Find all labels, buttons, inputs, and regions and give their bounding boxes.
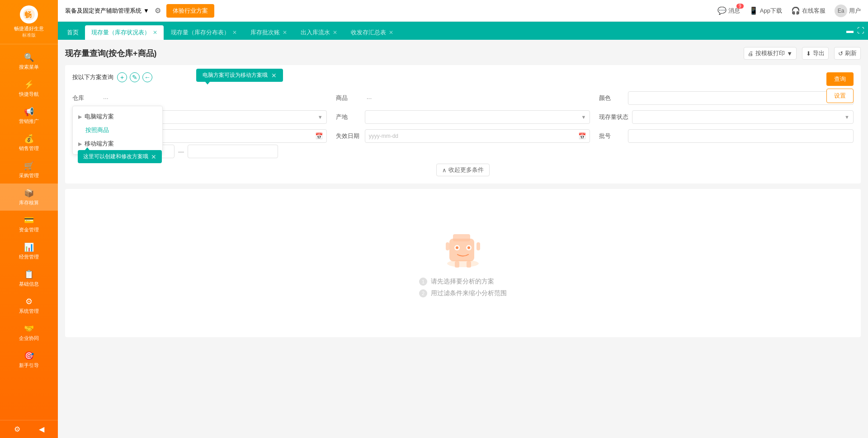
system-name-dropdown[interactable]: 装备及固定资产辅助管理系统 ▼ xyxy=(65,7,149,15)
collapse-sidebar-icon[interactable]: ◀ xyxy=(39,425,44,433)
tab-close-icon-3[interactable]: ✕ xyxy=(283,29,287,36)
scheme-create-tooltip-text: 这里可以创建和修改方案哦 xyxy=(83,153,148,160)
svg-point-8 xyxy=(467,246,470,249)
sidebar-item-purchase[interactable]: 🛒 采购管理 xyxy=(0,156,58,184)
settings-bottom-icon[interactable]: ⚙ xyxy=(14,425,20,433)
scheme-tooltip-top: 电脑方案可设为移动方案哦 ✕ xyxy=(196,69,283,82)
sidebar-item-basic[interactable]: 📋 基础信息 xyxy=(0,265,58,292)
scheme-create-tooltip-close[interactable]: ✕ xyxy=(151,153,156,160)
query-button[interactable]: 查询 xyxy=(826,72,854,86)
origin-select[interactable]: ▼ xyxy=(365,110,590,124)
sidebar-label-guide: 快捷导航 xyxy=(19,91,39,98)
tab-inventory-status[interactable]: 现存量（库存状况表） ✕ xyxy=(85,25,164,40)
sidebar-item-system[interactable]: ⚙ 系统管理 xyxy=(0,292,58,319)
export-label: 导出 xyxy=(813,49,825,57)
scheme-tree-desktop[interactable]: ▶ 电脑端方案 xyxy=(73,110,162,123)
tab-inventory-dist-label: 现存量（库存分布表） xyxy=(171,28,230,37)
scheme-tree-item-goods[interactable]: 按照商品 xyxy=(73,123,162,137)
tab-close-icon-4[interactable]: ✕ xyxy=(333,29,337,36)
color-select[interactable]: ▼ xyxy=(628,91,854,105)
tab-bar-right: ▬ ⛶ xyxy=(846,27,864,35)
scheme-mobile-label: 移动端方案 xyxy=(85,140,114,148)
origin-select-arrow-icon: ▼ xyxy=(581,114,586,120)
scheme-tooltip-top-inner: 电脑方案可设为移动方案哦 ✕ xyxy=(196,69,283,82)
svg-point-7 xyxy=(456,246,458,249)
filter-panel: 按以下方案查询 + ✎ ← 电脑方案可设为移动方案哦 ✕ xyxy=(65,65,861,184)
user-label: 用户 xyxy=(849,7,861,15)
tab-maximize-icon[interactable]: ⛶ xyxy=(857,27,864,35)
sidebar-item-guide[interactable]: ⚡ 快捷导航 xyxy=(0,75,58,102)
tab-close-icon-2[interactable]: ✕ xyxy=(232,29,237,36)
tab-summary-label: 收发存汇总表 xyxy=(351,28,386,37)
sidebar-item-newbie[interactable]: 🎯 新手引导 xyxy=(0,346,58,373)
sidebar-logo: 畅 畅捷通好生意 标准版 xyxy=(0,0,58,44)
filter-row-goods: 商品 ··· xyxy=(336,91,590,105)
tip-number-1: 1 xyxy=(419,278,427,286)
filter-header: 按以下方案查询 + ✎ ← 电脑方案可设为移动方案哦 ✕ xyxy=(72,72,854,82)
tab-batch[interactable]: 库存批次账 ✕ xyxy=(244,25,293,40)
back-scheme-button[interactable]: ← xyxy=(142,72,152,82)
message-icon: 💬 xyxy=(717,6,726,15)
sidebar-label-basic: 基础信息 xyxy=(19,281,39,287)
exp-date-calendar-icon: 📅 xyxy=(578,132,586,140)
sidebar-item-inventory[interactable]: 📦 库存核算 xyxy=(0,184,58,211)
export-button[interactable]: ⬇ 导出 xyxy=(802,47,829,60)
stock-amount-max-input[interactable] xyxy=(188,145,278,158)
goods-label: 商品 xyxy=(336,94,361,102)
sidebar-item-operation[interactable]: 📊 经营管理 xyxy=(0,238,58,265)
filter-row-stock-status: 现存量状态 ▼ xyxy=(599,110,854,124)
print-button[interactable]: 🖨 按模板打印 ▼ xyxy=(744,47,797,60)
sidebar-item-enterprise[interactable]: 🤝 企业协同 xyxy=(0,319,58,346)
tab-home[interactable]: 首页 xyxy=(61,25,84,40)
print-label: 按模板打印 xyxy=(755,49,785,57)
stock-status-arrow-icon: ▼ xyxy=(844,114,849,120)
enterprise-nav-icon: 🤝 xyxy=(24,324,34,334)
app-download-action[interactable]: 📱 App下载 xyxy=(749,6,782,15)
sidebar-bottom: ⚙ ◀ xyxy=(0,420,58,438)
exp-date-input[interactable]: yyyy-mm-dd 📅 xyxy=(365,129,590,143)
empty-tip-1: 1 请先选择要分析的方案 xyxy=(419,278,507,286)
exp-date-placeholder: yyyy-mm-dd xyxy=(369,133,398,139)
message-action[interactable]: 💬 消息 9 xyxy=(717,6,740,15)
marketing-nav-icon: 📢 xyxy=(24,107,34,117)
sidebar-item-sales[interactable]: 💰 销售管理 xyxy=(0,129,58,156)
svg-rect-3 xyxy=(449,239,474,261)
tooltip-top-close-icon[interactable]: ✕ xyxy=(271,72,277,79)
refresh-label: 刷新 xyxy=(845,49,857,57)
gear-icon[interactable]: ⚙ xyxy=(155,6,161,15)
set-button[interactable]: 设置 xyxy=(826,89,854,103)
svg-rect-9 xyxy=(446,242,449,250)
print-icon: 🖨 xyxy=(748,50,754,57)
tip-text-1: 请先选择要分析的方案 xyxy=(431,278,494,286)
page-title: 现存量查询(按仓库+商品) xyxy=(65,48,157,59)
goods-dots[interactable]: ··· xyxy=(365,94,374,102)
refresh-button[interactable]: ↺ 刷新 xyxy=(834,47,861,60)
warehouse-dots[interactable]: ··· xyxy=(101,94,110,102)
collapse-row: ∧ 收起更多条件 xyxy=(72,164,854,176)
newbie-nav-icon: 🎯 xyxy=(24,351,34,361)
tab-close-icon[interactable]: ✕ xyxy=(153,29,157,36)
stock-status-select[interactable]: ▼ xyxy=(632,110,854,124)
tab-close-icon-5[interactable]: ✕ xyxy=(389,29,393,36)
sidebar-item-finance[interactable]: 💳 资金管理 xyxy=(0,211,58,238)
sidebar-item-search[interactable]: 🔍 搜索菜单 xyxy=(0,48,58,75)
phone-icon: 📱 xyxy=(749,6,758,15)
origin-label: 产地 xyxy=(336,113,361,121)
online-service-label: 在线客服 xyxy=(802,7,826,15)
svg-rect-12 xyxy=(467,261,471,268)
tab-inventory-dist[interactable]: 现存量（库存分布表） ✕ xyxy=(165,25,243,40)
online-service-action[interactable]: 🎧 在线客服 xyxy=(791,6,826,15)
filter-label: 按以下方案查询 xyxy=(72,73,113,81)
experience-button[interactable]: 体验行业方案 xyxy=(166,4,214,18)
tab-summary[interactable]: 收发存汇总表 ✕ xyxy=(344,25,400,40)
batch-input[interactable] xyxy=(628,129,854,143)
add-scheme-button[interactable]: + xyxy=(117,72,127,82)
user-action[interactable]: Ea 用户 xyxy=(835,5,861,17)
filter-row-batch: 批号 xyxy=(599,129,854,143)
amount-dash: — xyxy=(178,148,184,155)
collapse-button[interactable]: ∧ 收起更多条件 xyxy=(436,164,490,176)
tab-minimize-icon[interactable]: ▬ xyxy=(846,27,854,35)
sidebar-item-marketing[interactable]: 📢 营销推广 xyxy=(0,102,58,129)
edit-scheme-button[interactable]: ✎ xyxy=(130,72,140,82)
tab-flow[interactable]: 出入库流水 ✕ xyxy=(294,25,344,40)
